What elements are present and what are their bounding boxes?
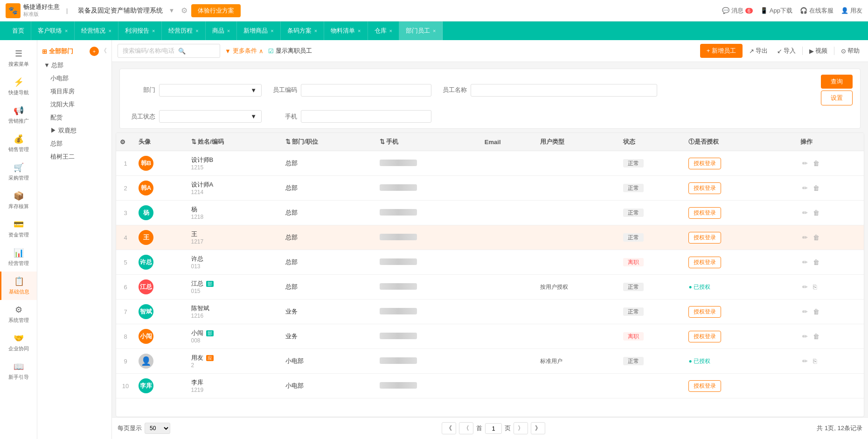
query-button[interactable]: 查询: [821, 75, 853, 89]
tab-operation[interactable]: 经营情况 ×: [75, 21, 118, 40]
tab-add-goods[interactable]: 新增商品 ×: [237, 21, 280, 40]
next-page-button[interactable]: 〉: [514, 422, 528, 434]
search-icon[interactable]: 🔍: [178, 48, 186, 55]
app-download-button[interactable]: 📱 App下载: [760, 7, 792, 15]
edit-icon[interactable]: ✏: [800, 282, 810, 292]
sidebar-item-search[interactable]: ☰ 搜索菜单: [0, 44, 37, 72]
help-button[interactable]: ⊙ 帮助: [838, 45, 862, 57]
close-icon[interactable]: ×: [389, 28, 392, 34]
dept-collapse-btn[interactable]: 《: [101, 47, 107, 56]
tab-bom[interactable]: 物料清单 ×: [324, 21, 368, 40]
user-button[interactable]: 👤 用友: [841, 7, 862, 15]
auth-button[interactable]: 授权登录: [688, 257, 721, 268]
close-icon[interactable]: ×: [65, 28, 68, 34]
close-icon[interactable]: ×: [433, 28, 436, 34]
delete-icon[interactable]: 🗑: [811, 233, 821, 242]
delete-icon[interactable]: 🗑: [811, 208, 821, 217]
search-input-wrapper[interactable]: 搜索编码/名称/电话 🔍: [118, 44, 220, 58]
last-page-button[interactable]: 》: [531, 422, 545, 434]
page-size-select[interactable]: 50 100 200: [145, 423, 170, 434]
more-filter-btn[interactable]: ▼ 更多条件 ∧: [225, 47, 264, 55]
message-button[interactable]: 💬 消息 6: [722, 7, 753, 15]
sidebar-item-guide[interactable]: 📖 新手引导: [0, 357, 37, 385]
auth-button[interactable]: 授权登录: [688, 207, 721, 219]
sidebar-item-sales[interactable]: 💰 销售管理: [0, 129, 37, 158]
auth-button[interactable]: 授权登录: [688, 380, 721, 392]
dropdown-arrow-icon[interactable]: ▼: [168, 7, 174, 14]
phone-input[interactable]: [301, 110, 431, 123]
close-icon[interactable]: ×: [108, 28, 111, 34]
sidebar-item-marketing[interactable]: 📢 营销推广: [0, 101, 37, 129]
auth-button[interactable]: 授权登录: [688, 331, 721, 342]
prev-page-button[interactable]: 〈: [459, 422, 473, 434]
sidebar-item-operation-mgmt[interactable]: 📊 经营管理: [0, 243, 37, 272]
dept-tree-zongbu[interactable]: 总部: [37, 137, 111, 150]
tab-goods[interactable]: 商品 ×: [206, 21, 237, 40]
export-button[interactable]: ↗ 导出: [746, 45, 771, 57]
auth-button[interactable]: 授权登录: [688, 232, 721, 244]
dept-tree-shenyang[interactable]: 沈阳大库: [37, 98, 111, 111]
sidebar-item-basic-info[interactable]: 📋 基础信息: [0, 272, 37, 300]
auth-button[interactable]: 授权登录: [688, 158, 721, 169]
edit-icon[interactable]: ✏: [800, 233, 810, 242]
edit-icon[interactable]: ✏: [800, 307, 810, 316]
dept-tree-shuanglu[interactable]: ▶ 双鹿想: [37, 124, 111, 137]
tab-customer[interactable]: 客户联络 ×: [31, 21, 75, 40]
first-page-button[interactable]: 《: [442, 422, 456, 434]
add-employee-button[interactable]: + 新增员工: [700, 44, 743, 58]
sidebar-item-collab[interactable]: 🤝 企业协同: [0, 328, 37, 357]
sidebar-item-purchase[interactable]: 🛒 采购管理: [0, 158, 37, 186]
edit-icon[interactable]: ✏: [800, 332, 810, 341]
edit-icon[interactable]: ✏: [800, 159, 810, 168]
emp-status-select[interactable]: ▼: [159, 110, 262, 123]
tab-dept-employee[interactable]: 部门员工 ×: [399, 21, 443, 40]
dept-tree-zhishu[interactable]: 植树王二: [37, 150, 111, 163]
tab-history[interactable]: 经营历程 ×: [162, 21, 205, 40]
sidebar-item-inventory[interactable]: 📦 库存核算: [0, 186, 37, 215]
col-name-code[interactable]: ⇅ 姓名/编码: [187, 133, 282, 151]
dept-add-btn[interactable]: +: [90, 47, 99, 56]
edit-icon[interactable]: ✏: [800, 258, 810, 267]
auth-button[interactable]: 授权登录: [688, 182, 721, 194]
sidebar-item-system[interactable]: ⚙ 系统管理: [0, 300, 37, 328]
close-icon[interactable]: ×: [152, 28, 155, 34]
import-button[interactable]: ↙ 导入: [774, 45, 799, 57]
col-dept-position[interactable]: ⇅ 部门/职位: [282, 133, 376, 151]
auth-button[interactable]: 授权登录: [688, 306, 721, 318]
dept-tree-xiaodian[interactable]: 小电部: [37, 72, 111, 85]
copy-icon[interactable]: ⎘: [811, 356, 819, 366]
edit-icon[interactable]: ✏: [800, 183, 810, 193]
dept-tree-project[interactable]: 项目库房: [37, 85, 111, 98]
gear-icon[interactable]: ⚙: [120, 139, 125, 146]
emp-code-input[interactable]: [301, 84, 431, 97]
page-number-input[interactable]: [485, 423, 502, 434]
view-button[interactable]: ▶ 视频: [806, 45, 830, 57]
dept-tree-zongbu-parent[interactable]: ▼ 总部: [37, 59, 111, 72]
online-service-button[interactable]: 🎧 在线客服: [800, 7, 833, 15]
delete-icon[interactable]: 🗑: [811, 307, 821, 316]
delete-icon[interactable]: 🗑: [811, 332, 821, 341]
col-phone[interactable]: ⇅ 手机: [376, 133, 481, 151]
tab-barcode[interactable]: 条码方案 ×: [281, 21, 324, 40]
emp-name-input[interactable]: [471, 84, 657, 97]
close-icon[interactable]: ×: [227, 28, 230, 34]
edit-icon[interactable]: ✏: [800, 208, 810, 217]
show-resigned-toggle[interactable]: ☑ 显示离职员工: [268, 47, 312, 55]
delete-icon[interactable]: 🗑: [811, 258, 821, 267]
close-icon[interactable]: ×: [314, 28, 317, 34]
dept-select[interactable]: ▼: [159, 84, 262, 97]
tab-profit[interactable]: 利润报告 ×: [118, 21, 162, 40]
edit-icon[interactable]: ✏: [800, 356, 810, 366]
tab-warehouse[interactable]: 仓库 ×: [368, 21, 399, 40]
delete-icon[interactable]: 🗑: [811, 159, 821, 168]
close-icon[interactable]: ×: [271, 28, 273, 34]
delete-icon[interactable]: 🗑: [811, 183, 821, 193]
tab-home[interactable]: 首页: [6, 21, 31, 40]
trial-button[interactable]: 体验行业方案: [191, 4, 241, 17]
sidebar-item-quick-nav[interactable]: ⚡ 快捷导航: [0, 72, 37, 101]
close-icon[interactable]: ×: [358, 28, 361, 34]
settings-icon[interactable]: ⚙: [181, 6, 187, 15]
sidebar-item-finance[interactable]: 💳 资金管理: [0, 215, 37, 243]
copy-icon[interactable]: ⎘: [811, 282, 819, 292]
dept-tree-peihuo[interactable]: 配货: [37, 111, 111, 124]
